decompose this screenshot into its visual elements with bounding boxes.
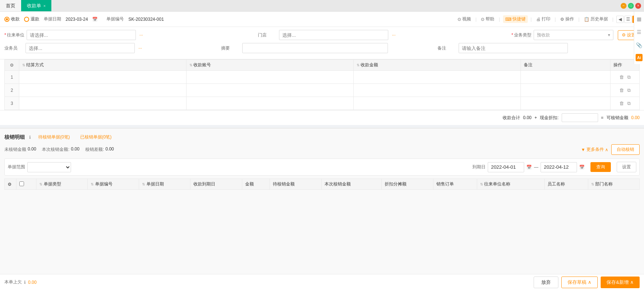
biz-type-select[interactable]: 预收款 ▾ [534,30,613,40]
tab-active[interactable]: 收款单 × [21,0,51,11]
save-draft-label: 保存草稿 [568,279,586,286]
account-cell-1[interactable] [186,71,353,84]
prev-info-icon[interactable]: ℹ [24,280,26,285]
amount-cell-3[interactable] [353,97,521,110]
col-checkbox: ⚙ [5,179,16,190]
sort-icon2: ⇅ [189,63,192,67]
radio-receive-label: 收款 [11,16,20,22]
note-cell-1[interactable] [521,71,610,84]
filter-row: 单据范围 到期日 📅 — 📅 查询 设置 [4,158,640,176]
layout-prev-icon[interactable]: ◀ [616,16,624,23]
delete-icon-3[interactable]: 🗑 [619,101,624,106]
save-new-button[interactable]: 保存&新增 ∧ [601,277,640,288]
gear-icon-bottom[interactable]: ⚙ [8,182,12,187]
receipt-table: ⚙ ⇅ 结算方式 ⇅ 收款账号 ⇅ 收款金额 备注 操作 [4,59,640,110]
filter-settings-button[interactable]: 设置 [617,162,636,172]
store-input[interactable] [279,30,388,40]
sort-icon-docdate: ⇅ [142,182,145,186]
due-date-to-input[interactable] [541,162,577,172]
form-row-2: 业务员 ··· 摘要 备注 [4,43,640,53]
settle-cell-3[interactable] [19,97,186,110]
divider3: | [531,17,532,22]
discard-button[interactable]: 放弃 [534,277,558,288]
help-btn[interactable]: ⊙ 帮助 [479,15,496,23]
note-input[interactable] [459,43,568,53]
amount-cell-1[interactable] [353,71,521,84]
sidebar-table-icon[interactable]: ▦ [635,15,643,23]
col-discount: 折扣分摊额 [381,179,433,190]
account-cell-2[interactable] [186,84,353,97]
due-date-from-input[interactable] [488,162,524,172]
verify-tab-pending[interactable]: 待核销单据(0笔) [35,133,73,141]
tab-close-icon[interactable]: × [43,4,46,8]
due-label: 到期日 [472,164,486,170]
staff-more-icon[interactable]: ··· [137,46,144,51]
more-conditions-btn[interactable]: ▼ 更多条件 ∧ [581,146,608,153]
shortcuts-btn[interactable]: ⌨ 快捷键 [503,15,528,23]
col-dept-name: ⇅ 部门名称 [588,179,639,190]
window-close-button[interactable]: × [635,3,641,9]
prev-value: 0.00 [28,280,36,285]
range-label: 单据范围 [8,164,25,170]
note-field: 备注 [437,43,640,53]
actions-cell-3: 🗑 ⧉ [610,97,640,110]
copy-icon-3[interactable]: ⧉ [627,101,631,106]
delete-icon-1[interactable]: 🗑 [619,74,624,80]
staff-input[interactable] [25,43,135,53]
history-btn[interactable]: 📋 历史单据 [582,15,609,23]
select-all-checkbox[interactable] [19,181,24,186]
radio-refund[interactable]: 退款 [24,16,39,22]
operations-btn[interactable]: ⚙ 操作 [559,15,576,23]
sort-icon: ⇅ [22,63,25,67]
due-date-from-icon[interactable]: 📅 [526,165,532,170]
window-maximize-button[interactable]: □ [628,3,634,9]
col-pending-amount: 待核销金额 [270,179,322,190]
partner-input[interactable] [27,30,136,40]
amount-cell-2[interactable] [353,84,521,97]
history-icon: 📋 [584,17,589,22]
net-value: 0.00 [631,115,640,120]
sidebar-ai-icon[interactable]: Ai [636,54,643,61]
verify-info-icon[interactable]: ℹ [29,135,31,140]
discount-input[interactable] [562,113,598,122]
note-cell-2[interactable] [521,84,610,97]
tab-home[interactable]: 首页 [0,0,21,11]
verify-tab-done[interactable]: 已核销单据(0笔) [77,133,115,141]
note-cell-3[interactable] [521,97,610,110]
radio-refund-label: 退款 [31,16,39,22]
print-btn[interactable]: 🖨 打印 [535,15,552,23]
save-draft-button[interactable]: 保存草稿 ∧ [561,277,598,288]
actions-cell-2: 🗑 ⧉ [610,84,640,97]
account-cell-3[interactable] [186,97,353,110]
calendar-icon[interactable]: 📅 [92,17,98,22]
radio-receive[interactable]: 收款 [4,16,20,22]
copy-icon-1[interactable]: ⧉ [627,74,631,80]
sidebar-list-icon[interactable]: ☰ [635,28,643,36]
copy-icon-2[interactable]: ⧉ [627,87,631,93]
sidebar-attachment-icon[interactable]: 📎 [635,41,644,50]
range-select[interactable] [27,162,71,172]
video-btn[interactable]: ⊙ 视频 [456,15,472,23]
summary-row: 收款合计 0.00 + 现金折扣: = 可核销金额 0.00 [0,110,644,125]
table-gear-icon[interactable]: ⚙ [10,63,14,68]
table-section: ⚙ ⇅ 结算方式 ⇅ 收款账号 ⇅ 收款金额 备注 操作 [0,59,644,110]
divider6: | [612,17,613,22]
print-icon: 🖨 [536,17,541,22]
summary-input[interactable] [242,43,388,53]
print-label: 打印 [542,16,550,22]
auto-verify-button[interactable]: 自动核销 [611,144,640,155]
settle-cell-1[interactable] [19,71,186,84]
delete-icon-2[interactable]: 🗑 [619,87,624,93]
chevron-up-icon: ∧ [605,147,608,152]
main-container: 收款 退款 单据日期 2023-03-24 📅 单据编号 SK-20230324… [0,12,644,290]
window-minimize-button[interactable]: − [621,3,627,9]
settle-cell-2[interactable] [19,84,186,97]
due-date-to-icon[interactable]: 📅 [579,165,585,170]
sort-icon-partner: ⇅ [480,182,483,186]
partner-more-icon[interactable]: ··· [138,32,145,38]
layout-list-icon[interactable]: ☰ [624,16,632,23]
query-button[interactable]: 查询 [590,162,611,172]
top-toolbar: 收款 退款 单据日期 2023-03-24 📅 单据编号 SK-20230324… [0,12,644,27]
col-doc-type: ⇅ 单据类型 [36,179,88,190]
store-more-icon[interactable]: ··· [390,32,397,38]
